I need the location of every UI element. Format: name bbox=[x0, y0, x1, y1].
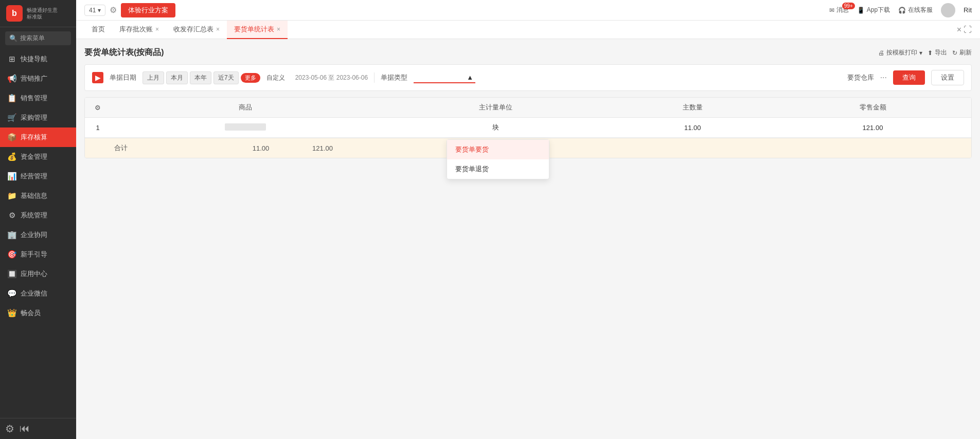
tab-inventory-batch-label: 库存批次账 bbox=[119, 25, 153, 34]
data-table: ⚙ 商品 主计量单位 主数量 零售金额 1 块 11.00 121.00 bbox=[85, 98, 971, 138]
page-actions: 🖨 按模板打印 ▾ ⬆ 导出 ↻ 刷新 bbox=[878, 48, 972, 57]
sidebar-item-inventory[interactable]: 📦库存核算 bbox=[0, 127, 76, 147]
sidebar-sales-icon: 📋 bbox=[7, 94, 16, 103]
main-area: 41 ▾ ⚙ 体验行业方案 ✉ 消息 99+ 📱 App下载 🎧 在线客服 Ri… bbox=[76, 0, 980, 439]
sidebar-enterprise-label: 企业协同 bbox=[21, 230, 47, 240]
print-btn[interactable]: 🖨 按模板打印 ▾ bbox=[878, 48, 922, 57]
sidebar-system-label: 系统管理 bbox=[21, 211, 47, 220]
date-more-btn[interactable]: 更多 bbox=[241, 73, 260, 83]
expand-filter-btn[interactable]: ▶ bbox=[92, 72, 103, 83]
trial-button[interactable]: 体验行业方案 bbox=[121, 3, 175, 17]
sidebar-appstore-label: 应用中心 bbox=[21, 269, 47, 279]
sidebar-wechat-label: 企业微信 bbox=[21, 289, 47, 298]
sidebar-logo: b 畅捷通好生意 标准版 bbox=[0, 0, 76, 27]
company-select[interactable]: 41 ▾ bbox=[84, 5, 105, 16]
date-last-7-btn[interactable]: 近7天 bbox=[213, 71, 239, 84]
date-custom-btn[interactable]: 自定义 bbox=[262, 72, 289, 84]
collapse-icon[interactable]: ⏮ bbox=[20, 423, 30, 435]
sidebar-sales-label: 销售管理 bbox=[21, 94, 47, 103]
avatar[interactable] bbox=[941, 3, 955, 17]
tab-expand-icon[interactable]: × bbox=[957, 25, 961, 34]
sidebar-finance-label: 资金管理 bbox=[21, 152, 47, 161]
sidebar-item-system[interactable]: ⚙系统管理 bbox=[0, 206, 76, 225]
sidebar-bottom: ⚙ ⏮ bbox=[0, 418, 76, 439]
tab-receivables-close[interactable]: × bbox=[216, 26, 220, 33]
dropdown-item-purchase-return[interactable]: 要货单退货 bbox=[447, 159, 549, 179]
sidebar-item-finance[interactable]: 💰资金管理 bbox=[0, 147, 76, 167]
query-button[interactable]: 查询 bbox=[893, 70, 925, 85]
sidebar-item-sales[interactable]: 📋销售管理 bbox=[0, 88, 76, 108]
cell-amount: 121.00 bbox=[774, 118, 971, 138]
cell-no: 1 bbox=[85, 118, 111, 138]
col-amount: 零售金额 bbox=[774, 98, 971, 118]
table-header-row: ⚙ 商品 主计量单位 主数量 零售金额 bbox=[85, 98, 971, 118]
date-this-month-btn[interactable]: 本月 bbox=[166, 71, 188, 84]
filter-divider bbox=[374, 72, 375, 83]
tab-inventory-batch[interactable]: 库存批次账 × bbox=[112, 21, 166, 39]
type-dropdown: 要货单要货 要货单退货 bbox=[447, 139, 549, 179]
sidebar: b 畅捷通好生意 标准版 🔍 搜索菜单 ⊞快捷导航📢营销推广📋销售管理🛒采购管理… bbox=[0, 0, 76, 439]
settings-button[interactable]: 设置 bbox=[931, 70, 964, 85]
sidebar-nav: ⊞快捷导航📢营销推广📋销售管理🛒采购管理📦库存核算💰资金管理📊经营管理📁基础信息… bbox=[0, 49, 76, 418]
warehouse-dots-btn[interactable]: ··· bbox=[880, 73, 887, 82]
page-content: 要货单统计表(按商品) 🖨 按模板打印 ▾ ⬆ 导出 ↻ 刷新 bbox=[76, 39, 980, 167]
tab-expand: × ⛶ bbox=[957, 25, 972, 34]
tab-fullscreen-icon[interactable]: ⛶ bbox=[964, 25, 972, 34]
tab-purchase-order-stats-label: 要货单统计表 bbox=[234, 25, 274, 34]
tab-purchase-order-stats[interactable]: 要货单统计表 × bbox=[227, 21, 288, 39]
type-chevron-up-icon: ▲ bbox=[467, 74, 473, 81]
refresh-btn[interactable]: ↻ 刷新 bbox=[952, 48, 972, 57]
tab-home[interactable]: 首页 bbox=[84, 21, 112, 39]
topbar: 41 ▾ ⚙ 体验行业方案 ✉ 消息 99+ 📱 App下载 🎧 在线客服 Ri… bbox=[76, 0, 980, 21]
cell-qty: 11.00 bbox=[611, 118, 774, 138]
print-icon: 🖨 bbox=[878, 49, 884, 57]
topbar-right: ✉ 消息 99+ 📱 App下载 🎧 在线客服 Rit bbox=[829, 3, 972, 17]
sidebar-item-appstore[interactable]: 🔲应用中心 bbox=[0, 264, 76, 284]
sidebar-item-marketing[interactable]: 📢营销推广 bbox=[0, 69, 76, 88]
service-label: 在线客服 bbox=[908, 6, 933, 14]
app-download-btn[interactable]: 📱 App下载 bbox=[857, 6, 890, 14]
col-settings[interactable]: ⚙ bbox=[85, 98, 111, 118]
date-prev-month-btn[interactable]: 上月 bbox=[142, 71, 164, 84]
online-service-btn[interactable]: 🎧 在线客服 bbox=[898, 6, 933, 14]
tab-home-label: 首页 bbox=[92, 25, 105, 34]
date-this-year-btn[interactable]: 本年 bbox=[190, 71, 211, 84]
sidebar-purchase-icon: 🛒 bbox=[7, 113, 16, 122]
settings-bottom-icon[interactable]: ⚙ bbox=[5, 423, 14, 435]
sidebar-item-operation[interactable]: 📊经营管理 bbox=[0, 167, 76, 186]
sidebar-item-enterprise[interactable]: 🏢企业协同 bbox=[0, 225, 76, 245]
sidebar-system-icon: ⚙ bbox=[7, 211, 16, 220]
footer-total-label: 合计 bbox=[114, 144, 128, 152]
user-name: Rit bbox=[964, 6, 972, 14]
sidebar-item-quick-nav[interactable]: ⊞快捷导航 bbox=[0, 49, 76, 69]
refresh-label: 刷新 bbox=[959, 48, 972, 57]
messages-btn[interactable]: ✉ 消息 99+ bbox=[829, 6, 849, 14]
sidebar-search[interactable]: 🔍 搜索菜单 bbox=[5, 31, 71, 45]
cell-product bbox=[111, 118, 380, 138]
sidebar-item-member[interactable]: 👑畅会员 bbox=[0, 303, 76, 323]
type-label: 单据类型 bbox=[381, 73, 407, 82]
sidebar-item-base[interactable]: 📁基础信息 bbox=[0, 186, 76, 206]
sidebar-item-purchase[interactable]: 🛒采购管理 bbox=[0, 108, 76, 127]
sidebar-operation-icon: 📊 bbox=[7, 172, 16, 181]
sidebar-item-wechat[interactable]: 💬企业微信 bbox=[0, 284, 76, 303]
dropdown-item-purchase-order[interactable]: 要货单要货 bbox=[447, 140, 549, 159]
sidebar-quick-nav-label: 快捷导航 bbox=[21, 54, 47, 64]
export-btn[interactable]: ⬆ 导出 bbox=[928, 48, 947, 57]
gear-icon[interactable]: ⚙ bbox=[110, 5, 117, 15]
app-label: App下载 bbox=[867, 6, 890, 14]
type-select[interactable]: ▲ bbox=[414, 72, 475, 83]
filter-bar: ▶ 单据日期 上月 本月 本年 近7天 更多 自定义 2023-05-06 至 … bbox=[84, 64, 972, 91]
table-settings-icon[interactable]: ⚙ bbox=[95, 104, 101, 112]
tab-inventory-batch-close[interactable]: × bbox=[155, 26, 159, 33]
tab-purchase-order-stats-close[interactable]: × bbox=[277, 26, 280, 33]
print-chevron-icon: ▾ bbox=[919, 49, 922, 57]
content-area: 要货单统计表(按商品) 🖨 按模板打印 ▾ ⬆ 导出 ↻ 刷新 bbox=[76, 39, 980, 439]
date-label: 单据日期 bbox=[110, 73, 136, 82]
sidebar-base-icon: 📁 bbox=[7, 191, 16, 200]
tab-receivables[interactable]: 收发存汇总表 × bbox=[166, 21, 227, 39]
col-unit: 主计量单位 bbox=[380, 98, 611, 118]
footer-qty: 11.00 bbox=[235, 144, 287, 152]
topbar-left: 41 ▾ ⚙ 体验行业方案 bbox=[84, 3, 823, 17]
sidebar-item-guide[interactable]: 🎯新手引导 bbox=[0, 245, 76, 264]
